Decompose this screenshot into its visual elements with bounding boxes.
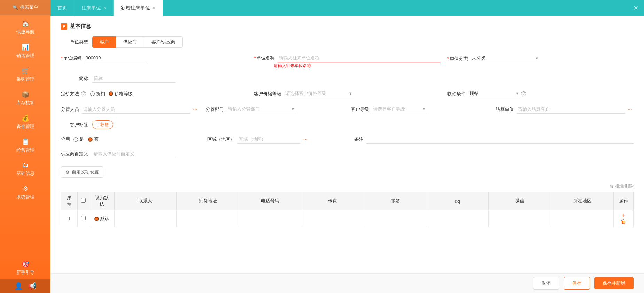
- save-button[interactable]: 保存: [564, 277, 590, 290]
- disabled-options: 是 否: [73, 136, 99, 143]
- tab-home[interactable]: 首页: [50, 0, 74, 16]
- tab-new-partner[interactable]: 新增往来单位 ✕: [114, 0, 163, 16]
- row-region[interactable]: [551, 210, 613, 227]
- email-input[interactable]: [367, 216, 423, 221]
- batch-delete-area[interactable]: 🗑 批量删除: [61, 183, 634, 189]
- save-new-button[interactable]: 保存并新增: [594, 277, 634, 289]
- finance-icon: 💰: [22, 114, 29, 122]
- unit-name-input[interactable]: [277, 54, 440, 62]
- tab-new-partner-label: 新增往来单位: [121, 5, 150, 11]
- customer-price-level-select[interactable]: 请选择客户价格等级 ▼: [284, 89, 354, 98]
- row-phone[interactable]: [239, 210, 301, 227]
- tab-partners[interactable]: 往来单位 ✕: [74, 0, 114, 16]
- customer-level-select[interactable]: 请选择客户等级 ▼: [372, 105, 427, 114]
- payment-terms-label: 收款条件: [447, 91, 465, 97]
- pricing-level-option[interactable]: 价格等级: [109, 91, 133, 97]
- row-email[interactable]: [364, 210, 426, 227]
- manager-more-btn[interactable]: ···: [191, 106, 199, 113]
- row-contact[interactable]: [114, 210, 176, 227]
- close-new-partner-tab[interactable]: ✕: [152, 6, 156, 10]
- customer-price-level-label: 客户价格等级: [254, 91, 281, 97]
- search-menu[interactable]: 🔍 搜索菜单: [0, 0, 50, 15]
- contact-input[interactable]: [117, 216, 174, 221]
- payment-terms-value: 现结: [470, 90, 514, 97]
- short-name-input[interactable]: [92, 74, 176, 83]
- pricing-hint-icon[interactable]: ?: [81, 91, 86, 96]
- payment-hint-icon[interactable]: ?: [521, 91, 526, 96]
- disabled-no-radio[interactable]: [88, 137, 93, 142]
- sidebar-item-quick-nav[interactable]: 🏠 快捷导航: [0, 15, 50, 39]
- sidebar-item-system[interactable]: ⚙ 系统管理: [0, 180, 50, 204]
- operations-icon: 📋: [22, 138, 29, 146]
- fax-input[interactable]: [304, 216, 361, 221]
- area-more-btn[interactable]: ···: [301, 136, 309, 143]
- sidebar-bottom-icon2[interactable]: 📢: [28, 282, 37, 290]
- sidebar-item-operations[interactable]: 📋 经营管理: [0, 133, 50, 157]
- add-row-button[interactable]: +: [622, 212, 625, 218]
- disabled-yes-radio[interactable]: [73, 137, 78, 142]
- wechat-input[interactable]: [492, 216, 548, 221]
- area-input[interactable]: [237, 135, 300, 144]
- qq-input[interactable]: [429, 216, 486, 221]
- manager-input[interactable]: [82, 105, 190, 114]
- sidebar-item-inventory[interactable]: 📦 库存核算: [0, 86, 50, 109]
- col-fax: 传真: [301, 192, 364, 210]
- row-check[interactable]: [77, 210, 89, 227]
- payment-terms-select[interactable]: 现结 ▼: [468, 89, 520, 98]
- row-actions: + 🗑: [613, 210, 633, 227]
- sidebar-item-finance[interactable]: 💰 资金管理: [0, 109, 50, 133]
- table-row: 1 默认: [61, 210, 634, 227]
- row-checkbox[interactable]: [81, 216, 86, 220]
- sales-icon: 📊: [22, 43, 29, 51]
- add-tag-button[interactable]: + 标签: [92, 120, 113, 129]
- address-input[interactable]: [180, 216, 236, 221]
- type-supplier-button[interactable]: 供应商: [116, 36, 144, 48]
- row-qq[interactable]: [426, 210, 488, 227]
- unit-category-select[interactable]: 未分类 ▼: [471, 54, 540, 63]
- sidebar-item-sales[interactable]: 📊 销售管理: [0, 39, 50, 62]
- sidebar-bottom-icon1[interactable]: 👤: [14, 282, 23, 290]
- select-all-checkbox[interactable]: [81, 198, 86, 203]
- row-wechat[interactable]: [489, 210, 551, 227]
- disabled-no-option[interactable]: 否: [88, 136, 99, 143]
- col-region: 所在地区: [551, 192, 613, 210]
- supplier-custom-input[interactable]: [92, 150, 176, 158]
- sidebar-item-basics[interactable]: 🗂 基础信息: [0, 157, 50, 180]
- delete-row-button[interactable]: 🗑: [621, 219, 626, 225]
- pricing-discount-radio[interactable]: [90, 91, 95, 96]
- guide-icon: 🎯: [22, 260, 29, 268]
- customer-tag-label: 客户标签: [61, 122, 92, 128]
- settlement-unit-label: 结算单位: [496, 106, 514, 113]
- disabled-yes-option[interactable]: 是: [73, 136, 84, 143]
- pricing-discount-option[interactable]: 折扣: [90, 91, 105, 97]
- close-partners-tab[interactable]: ✕: [103, 6, 107, 10]
- custom-setting-button[interactable]: ⚙ 自定义项设置: [61, 166, 103, 178]
- dept-chevron: ▼: [291, 107, 295, 111]
- sidebar-item-guide[interactable]: 🎯 新手引导: [0, 255, 50, 279]
- cancel-button[interactable]: 取消: [533, 277, 559, 290]
- remarks-input[interactable]: [366, 135, 634, 144]
- department-label: 分管部门: [206, 106, 224, 113]
- settlement-unit-input[interactable]: [517, 105, 625, 114]
- default-radio-label[interactable]: 默认: [92, 215, 111, 222]
- type-both-button[interactable]: 客户/供应商: [144, 36, 183, 48]
- customer-price-level-placeholder: 请选择客户价格等级: [285, 90, 347, 97]
- close-all-tabs[interactable]: ✕: [628, 4, 644, 12]
- system-icon: ⚙: [23, 185, 28, 193]
- basics-icon: 🗂: [22, 162, 29, 169]
- sidebar-item-purchase[interactable]: 🛒 采购管理: [0, 62, 50, 86]
- department-select[interactable]: 请输入分管部门 ▼: [227, 105, 296, 114]
- row-address[interactable]: [176, 210, 239, 227]
- default-radio[interactable]: [94, 217, 99, 221]
- phone-input[interactable]: [242, 216, 298, 221]
- pricing-level-radio[interactable]: [109, 91, 113, 96]
- tab-home-label: 首页: [57, 5, 67, 11]
- type-customer-button[interactable]: 客户: [92, 36, 116, 48]
- unit-code-input[interactable]: [84, 54, 147, 62]
- basic-info-section: P 基本信息: [61, 23, 634, 30]
- purchase-icon: 🛒: [22, 67, 29, 75]
- region-input[interactable]: [554, 216, 610, 221]
- row-fax[interactable]: [301, 210, 364, 227]
- tab-bar: 首页 往来单位 ✕ 新增往来单位 ✕ ✕: [50, 0, 644, 16]
- settlement-more-btn[interactable]: ···: [626, 106, 634, 113]
